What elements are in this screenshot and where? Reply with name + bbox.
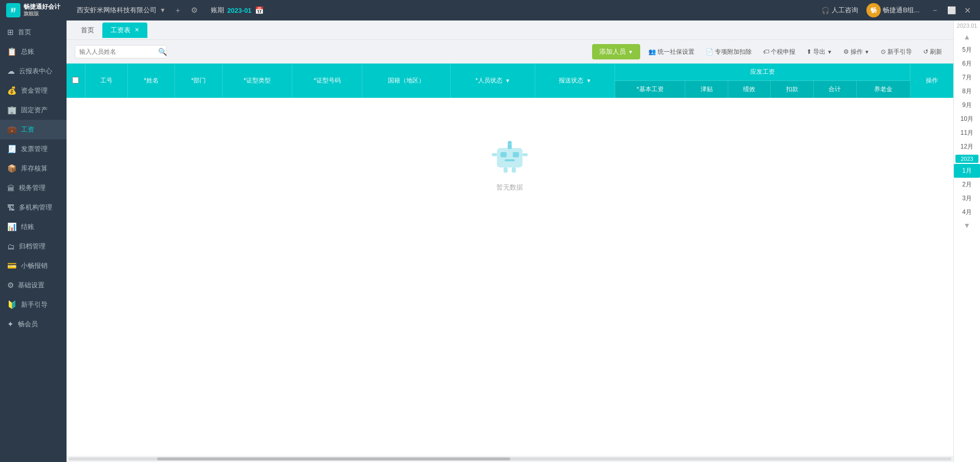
help-btn[interactable]: 🎧 人工咨询: [821, 6, 858, 15]
th-id-type: *证型类型: [222, 64, 292, 98]
month-item-4[interactable]: 4月: [954, 205, 980, 219]
calendar-icon[interactable]: 📅: [255, 6, 264, 14]
sidebar-item-label: 固定资产: [21, 106, 48, 115]
report-filter-icon[interactable]: ▼: [586, 78, 591, 83]
search-input[interactable]: [79, 48, 156, 55]
export-btn[interactable]: ⬆ 导出 ▼: [803, 46, 835, 58]
month-item-7[interactable]: 7月: [954, 71, 980, 85]
th-department: *部门: [175, 64, 222, 98]
scroll-track[interactable]: [69, 457, 951, 460]
th-checkbox[interactable]: [67, 64, 85, 98]
toolbar-right: 添加人员 ▼ 👥 统一社保设置 📄 专项附加扣除 🏷 个税申报 ⬆: [592, 44, 945, 59]
month-item-9[interactable]: 9月: [954, 98, 980, 112]
add-person-btn[interactable]: 添加人员 ▼: [592, 44, 640, 59]
sidebar-item-home[interactable]: ⊞ 首页: [0, 23, 67, 42]
th-status: *人员状态 ▼: [450, 64, 535, 98]
settings-icon-btn[interactable]: ⚙: [188, 4, 201, 16]
settle-icon: 📊: [7, 222, 17, 232]
sidebar-item-settings[interactable]: ⚙ 基础设置: [0, 276, 67, 295]
select-all-checkbox[interactable]: [72, 77, 79, 83]
logo-icon: 好: [6, 3, 20, 17]
svg-rect-9: [512, 167, 516, 173]
close-btn[interactable]: ✕: [961, 5, 974, 16]
empty-state: 暂无数据: [67, 98, 953, 233]
sidebar-item-label: 资金管理: [21, 86, 48, 95]
content-area: 首页 工资表 ✕ 🔍 添加人员 ▼ 👥 统一社保设置: [67, 20, 953, 462]
sidebar-item-funds[interactable]: 💰 资金管理: [0, 81, 67, 100]
svg-point-5: [508, 141, 512, 145]
company-selector[interactable]: 西安虾米网络科技有限公司 ▼: [77, 6, 166, 15]
maximize-btn[interactable]: ⬜: [944, 5, 959, 15]
funds-icon: 💰: [7, 86, 17, 95]
salary-table: 工号 *姓名 *部门 *证型类型 *证型号码 国籍（地区） *人员状态 ▼ 报送…: [67, 64, 953, 233]
user-info[interactable]: 畅 畅捷通B组...: [866, 3, 920, 17]
sidebar-item-salary[interactable]: 💼 工资: [0, 120, 67, 139]
date-up-btn[interactable]: ▲: [954, 31, 980, 43]
svg-rect-7: [522, 153, 528, 156]
operations-btn[interactable]: ⚙ 操作 ▼: [840, 46, 873, 58]
sidebar-item-guide[interactable]: 🔰 新手引导: [0, 295, 67, 314]
company-dropdown-icon[interactable]: ▼: [160, 7, 166, 14]
status-filter-icon[interactable]: ▼: [505, 78, 510, 83]
sidebar-item-inventory[interactable]: 📦 库存核算: [0, 159, 67, 178]
month-item-2[interactable]: 2月: [954, 178, 980, 192]
month-item-12[interactable]: 12月: [954, 140, 980, 154]
toolbar: 🔍 添加人员 ▼ 👥 统一社保设置 📄 专项附加扣除 🏷 个税申报: [67, 40, 953, 64]
month-item-11[interactable]: 11月: [954, 126, 980, 140]
tab-salary-label: 工资表: [111, 26, 130, 35]
sidebar-item-settle[interactable]: 📊 结账: [0, 217, 67, 237]
sidebar-item-label: 云报表中心: [19, 67, 52, 76]
special-deduction-btn[interactable]: 📄 专项附加扣除: [703, 46, 755, 58]
th-allowance: 津贴: [685, 81, 728, 98]
tab-bar: 首页 工资表 ✕: [67, 20, 953, 40]
sidebar-item-label: 归档管理: [19, 242, 46, 251]
search-box: 🔍: [75, 45, 167, 58]
svg-rect-3: [505, 159, 515, 161]
th-deduction: 扣款: [771, 81, 814, 98]
refresh-btn[interactable]: ↺ 刷新: [920, 46, 945, 58]
guide-btn[interactable]: ⊙ 新手引导: [878, 46, 915, 58]
date-panel-header: 2023.01: [957, 20, 977, 31]
month-item-6[interactable]: 6月: [954, 57, 980, 71]
member-icon: ✦: [7, 320, 14, 329]
empty-state-cell: 暂无数据: [67, 98, 953, 233]
social-security-label: 统一社保设置: [658, 48, 694, 56]
sidebar-item-member[interactable]: ✦ 畅会员: [0, 314, 67, 334]
tab-salary-table[interactable]: 工资表 ✕: [102, 23, 147, 38]
tax-icon: 🏛: [7, 184, 15, 193]
operations-icon: ⚙: [843, 48, 849, 55]
sidebar-item-invoice[interactable]: 🧾 发票管理: [0, 139, 67, 159]
sidebar-item-multi[interactable]: 🏗 多机构管理: [0, 198, 67, 217]
sidebar-item-archive[interactable]: 🗂 归档管理: [0, 237, 67, 256]
guide-icon: 🔰: [7, 300, 17, 309]
sidebar-item-assets[interactable]: 🏢 固定资产: [0, 100, 67, 120]
avatar: 畅: [866, 3, 881, 17]
multi-icon: 🏗: [7, 203, 15, 212]
add-icon-btn[interactable]: ＋: [172, 4, 184, 16]
export-icon: ⬆: [807, 48, 812, 55]
month-item-10[interactable]: 10月: [954, 112, 980, 126]
horizontal-scrollbar[interactable]: [67, 456, 953, 462]
app-edition: 旗舰版: [24, 10, 60, 17]
company-name: 西安虾米网络科技有限公司: [77, 6, 157, 15]
sidebar-item-ledger[interactable]: 📋 总账: [0, 42, 67, 61]
sidebar-item-cloud[interactable]: ☁ 云报表中心: [0, 61, 67, 81]
personal-tax-btn[interactable]: 🏷 个税申报: [760, 46, 798, 58]
tab-home[interactable]: 首页: [73, 23, 102, 38]
tab-close-icon[interactable]: ✕: [135, 27, 139, 33]
date-down-btn[interactable]: ▼: [954, 219, 980, 232]
minimize-btn[interactable]: －: [928, 4, 942, 17]
sidebar-item-tax[interactable]: 🏛 税务管理: [0, 178, 67, 198]
social-security-btn[interactable]: 👥 统一社保设置: [645, 46, 698, 58]
month-item-1[interactable]: 1月: [954, 164, 980, 178]
month-item-3[interactable]: 3月: [954, 192, 980, 205]
scroll-thumb[interactable]: [157, 457, 510, 460]
headset-icon: 🎧: [821, 7, 830, 14]
th-performance: 绩效: [728, 81, 771, 98]
month-item-5[interactable]: 5月: [954, 43, 980, 57]
month-item-8[interactable]: 8月: [954, 85, 980, 98]
th-operations: 操作: [910, 64, 953, 98]
add-person-label: 添加人员: [599, 47, 626, 56]
th-salary-group: 应发工资: [615, 64, 910, 81]
sidebar-item-expense[interactable]: 💳 小畅报销: [0, 256, 67, 276]
